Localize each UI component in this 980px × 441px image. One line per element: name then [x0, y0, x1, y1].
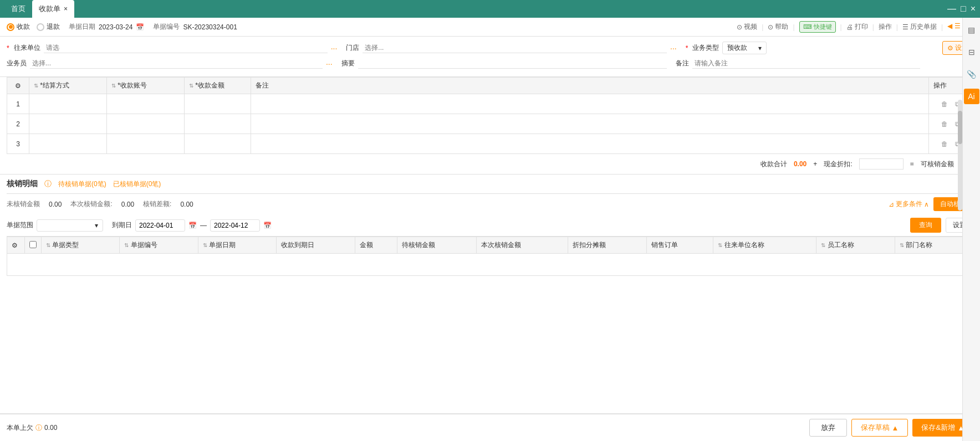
- total-value: 0.00: [794, 160, 807, 168]
- bill-range-select[interactable]: ▾: [37, 219, 103, 232]
- sort-icon-emp: ⇅: [821, 242, 825, 248]
- table-gear-header[interactable]: ⚙: [7, 78, 29, 94]
- scrollbar-thumb[interactable]: [958, 111, 962, 144]
- writeoff-title: 核销明细: [7, 179, 38, 189]
- store-input[interactable]: [363, 43, 667, 53]
- sidebar-ai-icon[interactable]: Ai: [964, 89, 979, 104]
- staff-more-icon[interactable]: ···: [326, 59, 333, 68]
- store-field: 门店 ···: [346, 43, 676, 53]
- video-label: 视频: [744, 22, 757, 32]
- operation-btn[interactable]: 操作: [879, 22, 892, 32]
- account-cell-1[interactable]: [107, 94, 185, 114]
- bottom-gear-header[interactable]: ⚙: [7, 237, 25, 254]
- bottom-gear-icon: ⚙: [12, 242, 18, 249]
- amount-cell-3[interactable]: [185, 134, 251, 154]
- window-maximize-icon[interactable]: □: [961, 4, 966, 14]
- diff-label: 核销差额:: [143, 199, 171, 209]
- info-icon-footer[interactable]: ⓘ: [35, 423, 42, 433]
- info-icon[interactable]: ⓘ: [44, 179, 52, 189]
- help-btn[interactable]: ⊙ 帮助: [768, 22, 788, 32]
- tab-close-icon[interactable]: ×: [64, 5, 68, 13]
- summary-input[interactable]: [358, 58, 667, 69]
- current-value: 0.00: [44, 424, 57, 432]
- row-index-2: 2: [7, 114, 29, 134]
- staff-label: 业务员: [7, 59, 27, 68]
- tab-home[interactable]: 首页: [4, 0, 32, 18]
- tab-receipt[interactable]: 收款单 ×: [32, 0, 74, 18]
- counterparty-more-icon[interactable]: ···: [331, 44, 338, 53]
- settlement-cell-3[interactable]: [29, 134, 107, 154]
- summary-field: 摘要: [341, 58, 667, 69]
- number-field: 单据编号 SK-20230324-001: [153, 22, 237, 32]
- account-cell-3[interactable]: [107, 134, 185, 154]
- amount-cell-2[interactable]: [185, 114, 251, 134]
- current-writeoff-label2: 本次核销金额: [481, 241, 521, 249]
- remark-cell-1[interactable]: [251, 94, 929, 114]
- settlement-cell-2[interactable]: [29, 114, 107, 134]
- discount-label: 现金折扣:: [824, 160, 852, 169]
- sidebar-table-icon[interactable]: ▤: [964, 22, 979, 38]
- delete-icon-3[interactable]: 🗑: [939, 139, 950, 150]
- table-row: 2 🗑 ⧉: [7, 114, 973, 134]
- sales-order-header: 销售订单: [647, 237, 713, 254]
- calendar-to-icon[interactable]: 📅: [263, 222, 272, 229]
- sidebar-print-icon[interactable]: ⊟: [964, 44, 979, 60]
- footer: 本单上欠 ⓘ 0.00 放弃 保存草稿 ▲ 保存&新增 ▲: [0, 413, 980, 441]
- date-label: 单据日期: [69, 22, 95, 32]
- delete-icon-2[interactable]: 🗑: [939, 119, 950, 130]
- remark-label: 备注: [676, 59, 689, 68]
- sort-icon-bd: ⇅: [203, 242, 207, 248]
- scrollbar[interactable]: [958, 100, 962, 211]
- draft-btn[interactable]: 保存草稿 ▲: [851, 419, 908, 437]
- remark-input[interactable]: [692, 58, 920, 69]
- remark-cell-2[interactable]: [251, 114, 929, 134]
- receipt-due-header: 收款到期日: [276, 237, 355, 254]
- unchecked-label: 未核销金额: [7, 199, 40, 209]
- more-conditions-btn[interactable]: ⊿ 更多条件 ∧: [889, 199, 929, 209]
- print-btn[interactable]: 🖨 打印: [846, 22, 868, 32]
- pending-tab[interactable]: 待核销单据(0笔): [58, 180, 106, 189]
- calendar-icon[interactable]: 📅: [136, 23, 144, 31]
- delete-icon-1[interactable]: 🗑: [939, 99, 950, 110]
- date-from-input[interactable]: [135, 219, 185, 232]
- history-btn[interactable]: ☰ 历史单据: [902, 22, 937, 32]
- draft-btn-label: 保存草稿: [861, 423, 890, 433]
- radio-receive[interactable]: 收款: [7, 22, 30, 32]
- select-all-checkbox[interactable]: [29, 241, 37, 248]
- video-btn[interactable]: ⊙ 视频: [737, 22, 757, 32]
- bill-range-field: 单据范围 ▾: [7, 219, 103, 232]
- window-minimize-icon[interactable]: —: [947, 4, 956, 14]
- amount-cell-1[interactable]: [185, 94, 251, 114]
- list-icon[interactable]: ☰: [955, 22, 961, 32]
- counterparty-input[interactable]: [44, 43, 328, 53]
- plus-sign: +: [813, 160, 817, 168]
- business-type-select[interactable]: 预收款 ▾: [722, 42, 767, 54]
- checkbox-header[interactable]: [25, 237, 42, 254]
- pending-amount-header: 待核销金额: [397, 237, 477, 254]
- store-more-icon[interactable]: ···: [670, 44, 677, 53]
- right-sidebar: ▤ ⊟ 📎 Ai: [962, 18, 980, 441]
- staff-input[interactable]: [30, 58, 323, 69]
- query-btn[interactable]: 查询: [910, 218, 941, 233]
- current-writeoff-label: 本次核销金额:: [70, 199, 112, 209]
- date-to-input[interactable]: [210, 219, 260, 232]
- completed-tab[interactable]: 已核销单据(0笔): [113, 180, 161, 189]
- shortcut-label: 快捷键: [814, 23, 832, 31]
- remark-cell-3[interactable]: [251, 134, 929, 154]
- radio-refund[interactable]: 退款: [37, 22, 60, 32]
- discount-input[interactable]: [859, 158, 904, 170]
- shortcut-btn[interactable]: ⌨ 快捷键: [799, 21, 836, 33]
- store-label: 门店: [346, 43, 359, 53]
- tab-home-label: 首页: [11, 4, 25, 14]
- discard-btn[interactable]: 放弃: [809, 419, 847, 437]
- gear-icon: ⚙: [947, 44, 953, 52]
- prev-icon[interactable]: ◀: [947, 22, 952, 32]
- video-icon: ⊙: [737, 23, 742, 31]
- account-cell-2[interactable]: [107, 114, 185, 134]
- sidebar-attach-icon[interactable]: 📎: [964, 66, 979, 82]
- settlement-cell-1[interactable]: [29, 94, 107, 114]
- current-writeoff-value: 0.00: [121, 201, 134, 208]
- calendar-from-icon[interactable]: 📅: [188, 222, 197, 229]
- window-close-icon[interactable]: ×: [971, 4, 976, 14]
- unchecked-value: 0.00: [49, 201, 62, 208]
